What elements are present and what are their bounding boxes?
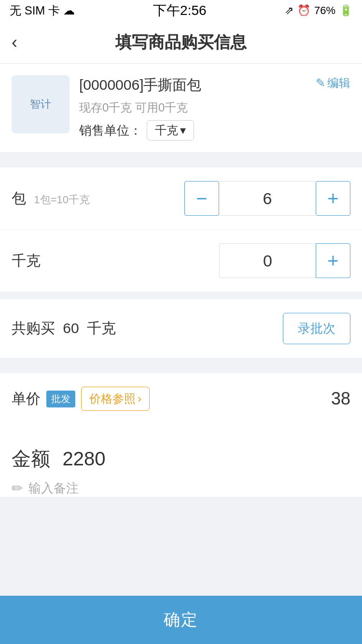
package-sublabel: 1包=10千克 bbox=[34, 194, 90, 206]
price-label: 单价 批发 价格参照 › bbox=[12, 387, 150, 411]
price-row: 单价 批发 价格参照 › 38 bbox=[12, 387, 350, 411]
product-unit: 销售单位： 千克 ▾ bbox=[79, 120, 350, 140]
total-amount: 60 bbox=[63, 320, 79, 336]
package-input[interactable] bbox=[219, 181, 316, 216]
package-text: 包 bbox=[12, 190, 26, 206]
back-button[interactable]: ‹ bbox=[12, 32, 17, 53]
amount-text: 金额 2280 bbox=[12, 446, 350, 472]
package-row: 包 1包=10千克 − + bbox=[0, 168, 362, 230]
edit-icon: ✎ bbox=[316, 76, 325, 90]
kg-input[interactable] bbox=[219, 243, 316, 278]
pifa-badge: 批发 bbox=[46, 391, 75, 407]
kg-controls: + bbox=[219, 243, 350, 278]
sim-label: 无 SIM 卡 ☁ bbox=[10, 3, 75, 18]
remark-row[interactable]: ✏ 输入备注 bbox=[12, 480, 350, 497]
unit-selector[interactable]: 千克 ▾ bbox=[147, 120, 194, 140]
total-text: 共购买 60 千克 bbox=[12, 319, 116, 338]
separator-2 bbox=[0, 365, 362, 373]
price-section: 单价 批发 价格参照 › 38 bbox=[0, 373, 362, 434]
status-left: 无 SIM 卡 ☁ bbox=[10, 3, 75, 18]
kg-label: 千克 bbox=[12, 251, 219, 271]
nav-bar: ‹ 填写商品购买信息 bbox=[0, 21, 362, 64]
product-name: [0000006]手撕面包 bbox=[79, 75, 201, 95]
product-header: [0000006]手撕面包 ✎ 编辑 bbox=[79, 75, 350, 100]
unit-label: 销售单位： bbox=[79, 122, 142, 139]
amount-section: 金额 2280 ✏ 输入备注 bbox=[0, 434, 362, 497]
price-ref-label: 价格参照 bbox=[89, 391, 136, 406]
chevron-down-icon: ▾ bbox=[180, 124, 186, 137]
alarm-icon: ⏰ bbox=[297, 4, 310, 17]
amount-label: 金额 bbox=[12, 448, 50, 469]
battery-label: 76% bbox=[314, 4, 335, 17]
price-ref-arrow: › bbox=[138, 392, 141, 406]
kg-row: 千克 + bbox=[0, 230, 362, 292]
price-text: 单价 bbox=[12, 389, 41, 409]
total-row: 共购买 60 千克 录批次 bbox=[0, 299, 362, 358]
remark-placeholder: 输入备注 bbox=[28, 480, 79, 497]
product-logo: 智计 bbox=[30, 97, 51, 112]
product-stock: 现存0千克 可用0千克 bbox=[79, 100, 350, 115]
package-decrement-button[interactable]: − bbox=[184, 181, 219, 216]
batch-button[interactable]: 录批次 bbox=[283, 313, 350, 344]
separator-1 bbox=[0, 160, 362, 168]
price-ref-button[interactable]: 价格参照 › bbox=[81, 387, 150, 411]
pencil-icon: ✏ bbox=[12, 480, 23, 496]
quantity-section: 包 1包=10千克 − + 千克 + bbox=[0, 168, 362, 292]
product-card: 智计 [0000006]手撕面包 ✎ 编辑 现存0千克 可用0千克 销售单位： … bbox=[0, 64, 362, 152]
total-label: 共购买 bbox=[12, 320, 55, 336]
confirm-button[interactable]: 确定 bbox=[0, 596, 362, 644]
kg-increment-button[interactable]: + bbox=[316, 243, 350, 278]
battery-icon: 🔋 bbox=[339, 4, 352, 17]
total-unit: 千克 bbox=[87, 320, 116, 336]
edit-label: 编辑 bbox=[327, 75, 350, 91]
product-info: [0000006]手撕面包 ✎ 编辑 现存0千克 可用0千克 销售单位： 千克 … bbox=[79, 75, 350, 140]
back-icon: ‹ bbox=[12, 32, 17, 53]
status-bar: 无 SIM 卡 ☁ 下午2:56 ⇗ ⏰ 76% 🔋 bbox=[0, 0, 362, 21]
product-image: 智计 bbox=[12, 75, 70, 133]
package-controls: − + bbox=[184, 181, 350, 216]
location-icon: ⇗ bbox=[285, 4, 293, 17]
status-time: 下午2:56 bbox=[153, 1, 207, 20]
amount-value: 2280 bbox=[62, 448, 105, 469]
page-title: 填写商品购买信息 bbox=[115, 31, 247, 54]
package-increment-button[interactable]: + bbox=[316, 181, 350, 216]
package-label: 包 1包=10千克 bbox=[12, 189, 184, 209]
status-right: ⇗ ⏰ 76% 🔋 bbox=[285, 4, 352, 17]
unit-value: 千克 bbox=[155, 123, 178, 138]
edit-button[interactable]: ✎ 编辑 bbox=[316, 75, 350, 91]
price-value: 38 bbox=[331, 389, 350, 409]
